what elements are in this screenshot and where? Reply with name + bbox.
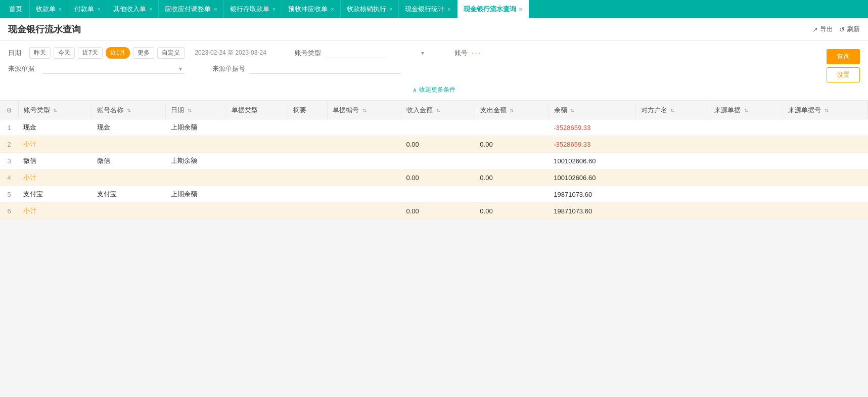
cell-row-num: 6	[0, 203, 18, 219]
cell-income: 0.00	[401, 169, 475, 186]
close-tab-7-icon[interactable]: ×	[447, 6, 450, 12]
account-dots-button[interactable]: ···	[472, 49, 481, 58]
cell-doc-type	[226, 169, 288, 186]
cell-account-name	[92, 136, 166, 153]
nav-tab-4[interactable]: 银行存取款单 ×	[224, 0, 282, 18]
account-type-select[interactable]: 现金 微信 支付宝	[325, 48, 386, 58]
date-btn-7days[interactable]: 近7天	[78, 47, 103, 59]
close-tab-1-icon[interactable]: ×	[97, 6, 100, 12]
th-counterpart[interactable]: 对方户名 ⇅	[635, 102, 709, 119]
table-row[interactable]: 2 小计 0.00 0.00 -3528659.33	[0, 136, 868, 153]
nav-tab-6[interactable]: 收款核销执行 ×	[341, 0, 399, 18]
refresh-button[interactable]: ↺ 刷新	[839, 25, 860, 34]
nav-tab-8[interactable]: 现金银行流水查询 ×	[458, 0, 529, 18]
cell-date: 上期余额	[166, 153, 226, 169]
table-row[interactable]: 4 小计 0.00 0.00 100102606.60	[0, 169, 868, 186]
cell-expense: 0.00	[475, 169, 549, 186]
th-source-doc-no[interactable]: 来源单据号 ⇅	[783, 102, 868, 119]
cell-balance: 19871073.60	[549, 203, 635, 219]
nav-tab-5[interactable]: 预收冲应收单 ×	[282, 0, 340, 18]
close-tab-8-icon[interactable]: ×	[519, 6, 522, 12]
sort-counterpart-icon: ⇅	[670, 108, 674, 113]
date-range-display: 2023-02-24 至 2023-03-24	[195, 49, 266, 57]
account-type-label: 账号类型	[295, 49, 321, 58]
cell-source-doc-no	[783, 153, 868, 169]
cell-doc-no	[328, 136, 401, 153]
cell-balance: 100102606.60	[549, 169, 635, 186]
close-tab-6-icon[interactable]: ×	[389, 6, 392, 12]
cell-source-doc-no	[783, 119, 868, 136]
cell-counterpart	[635, 119, 709, 136]
th-source-doc[interactable]: 来源单据 ⇅	[709, 102, 783, 119]
cell-doc-type	[226, 186, 288, 203]
cell-source-doc	[709, 153, 783, 169]
date-btn-today[interactable]: 今天	[54, 47, 75, 59]
nav-home[interactable]: 首页	[2, 0, 30, 18]
cell-account-name: 现金	[92, 119, 166, 136]
cell-summary	[288, 119, 327, 136]
source-doc-num-label: 来源单据号	[212, 64, 245, 73]
source-doc-select-wrapper	[42, 64, 184, 74]
th-gear[interactable]: ⚙	[0, 102, 18, 119]
cell-account-type: 小计	[18, 203, 92, 219]
sort-doc-no-icon: ⇅	[362, 108, 367, 113]
th-expense[interactable]: 支出金额 ⇅	[475, 102, 549, 119]
table-row[interactable]: 1 现金 现金 上期余额 -3528659.33	[0, 119, 868, 136]
cell-source-doc	[709, 136, 783, 153]
date-btn-1month[interactable]: 近1月	[106, 47, 130, 59]
th-balance[interactable]: 余额 ⇅	[549, 102, 635, 119]
cell-date	[166, 169, 226, 186]
export-button[interactable]: ↗ 导出	[812, 25, 833, 34]
close-tab-3-icon[interactable]: ×	[214, 6, 217, 12]
cell-doc-no	[328, 153, 401, 169]
cell-account-name	[92, 169, 166, 186]
close-tab-2-icon[interactable]: ×	[149, 6, 152, 12]
nav-tab-2[interactable]: 其他收入单 ×	[107, 0, 159, 18]
nav-tab-0[interactable]: 收款单 ×	[30, 0, 68, 18]
page-title: 现金银行流水查询	[8, 23, 81, 35]
nav-tab-7[interactable]: 现金银行统计 ×	[399, 0, 457, 18]
account-type-select-wrapper: 现金 微信 支付宝	[325, 48, 426, 58]
nav-tab-3[interactable]: 应收应付调整单 ×	[159, 0, 223, 18]
table-row[interactable]: 3 微信 微信 上期余额 100102606.60	[0, 153, 868, 169]
cell-balance: -3528659.33	[549, 136, 635, 153]
cell-income	[401, 186, 475, 203]
close-tab-5-icon[interactable]: ×	[331, 6, 334, 12]
cell-source-doc-no	[783, 203, 868, 219]
th-doc-no[interactable]: 单据编号 ⇅	[328, 102, 401, 119]
cell-account-type: 小计	[18, 169, 92, 186]
table-row[interactable]: 5 支付宝 支付宝 上期余额 19871073.60	[0, 186, 868, 203]
cell-summary	[288, 169, 327, 186]
cell-expense	[475, 153, 549, 169]
cell-summary	[288, 186, 327, 203]
cell-row-num: 3	[0, 153, 18, 169]
sort-expense-icon: ⇅	[510, 108, 514, 113]
th-date[interactable]: 日期 ⇅	[166, 102, 226, 119]
cell-expense: 0.00	[475, 136, 549, 153]
th-account-name[interactable]: 账号名称 ⇅	[92, 102, 166, 119]
settings-button[interactable]: 设置	[827, 67, 860, 82]
cell-account-type: 支付宝	[18, 186, 92, 203]
table-row[interactable]: 6 小计 0.00 0.00 19871073.60	[0, 203, 868, 219]
date-btn-more[interactable]: 更多	[133, 47, 154, 59]
th-account-type[interactable]: 账号类型 ⇅	[18, 102, 92, 119]
sort-balance-icon: ⇅	[570, 108, 574, 113]
date-btn-yesterday[interactable]: 昨天	[29, 47, 51, 59]
close-tab-0-icon[interactable]: ×	[59, 6, 62, 12]
cell-doc-type	[226, 153, 288, 169]
cell-income: 0.00	[401, 203, 475, 219]
source-doc-num-input[interactable]	[249, 64, 401, 74]
source-doc-label: 来源单据	[8, 64, 34, 73]
cell-counterpart	[635, 153, 709, 169]
date-btn-custom[interactable]: 自定义	[157, 47, 185, 59]
collapse-bar[interactable]: ∧ 收起更多条件	[8, 82, 860, 94]
nav-tab-1[interactable]: 付款单 ×	[68, 0, 107, 18]
th-income[interactable]: 收入金额 ⇅	[401, 102, 475, 119]
cell-source-doc-no	[783, 136, 868, 153]
source-doc-select[interactable]	[42, 64, 184, 74]
close-tab-4-icon[interactable]: ×	[272, 6, 276, 12]
date-options: 昨天 今天 近7天 近1月 更多 自定义	[29, 47, 185, 59]
cell-summary	[288, 136, 327, 153]
sort-source-doc-no-icon: ⇅	[825, 108, 829, 113]
query-button[interactable]: 查询	[827, 49, 860, 64]
